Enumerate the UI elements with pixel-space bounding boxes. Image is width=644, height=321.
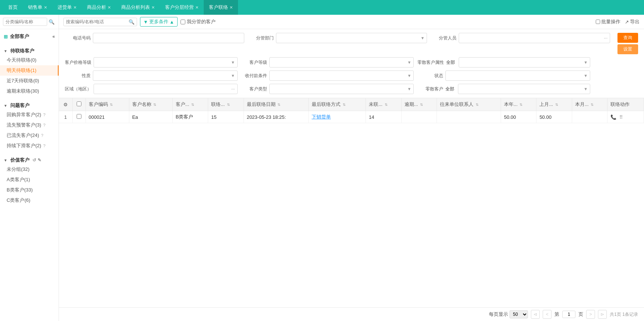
current-page-input[interactable] — [562, 311, 575, 318]
nav-customer-contact[interactable]: 客户联络 ✕ — [204, 0, 238, 15]
sidebar-item-c-class[interactable]: C类客户(6) — [0, 195, 59, 206]
edit-icon[interactable]: ✎ — [38, 158, 41, 163]
next-page-button[interactable]: > — [586, 310, 595, 319]
sidebar-item-today-pending[interactable]: 今天待联络(0) — [0, 55, 59, 65]
nav-product-analysis-list[interactable]: 商品分析列表 ✕ — [116, 0, 160, 15]
my-customers-checkbox[interactable] — [181, 20, 185, 24]
table-container: ⚙ 客户编码 ⇅ 客户名称 ⇅ 客户... ⇅ — [59, 98, 644, 307]
filter-price-level-select[interactable]: ▼ — [94, 57, 238, 68]
search-icon[interactable]: 🔍 — [129, 19, 134, 25]
collapse-icon[interactable]: « — [52, 34, 55, 39]
sidebar-item-repurchase-abnormal[interactable]: 回购异常客户(2) ? — [0, 110, 59, 120]
table-row: 1 000021 Ea B类客户 15 2023-05-23 18:25: 下销… — [59, 111, 644, 123]
sidebar-group-pending: ▼ 待联络客户 — [0, 46, 59, 55]
nav-product-analysis[interactable]: 商品分析 ✕ — [82, 0, 116, 15]
close-icon[interactable]: ✕ — [195, 5, 199, 10]
sort-icon[interactable]: ⇅ — [420, 103, 423, 107]
last-contact-link[interactable]: 下销货单 — [312, 114, 331, 120]
query-button[interactable]: 查询 — [617, 33, 638, 43]
filter-customer-level-select[interactable]: ▼ — [269, 57, 414, 68]
help-icon[interactable]: ? — [43, 144, 45, 148]
sort-icon[interactable]: ⇅ — [343, 103, 346, 107]
help-icon[interactable]: ? — [41, 133, 43, 138]
sidebar: 🔍 ⊞ 全部客户 « ▼ 待联络客户 今天待联络(0) 明天待联络(1) 近7天… — [0, 15, 59, 321]
filter-payment-select[interactable]: ▼ — [269, 70, 414, 81]
search-icon[interactable]: 🔍 — [49, 19, 55, 25]
sidebar-item-b-class[interactable]: B类客户(33) — [0, 185, 59, 195]
sidebar-item-ungrouped[interactable]: 未分组(32) — [0, 164, 59, 175]
search-input[interactable] — [66, 19, 129, 24]
th-checkbox[interactable] — [72, 98, 85, 111]
filter-dept-select[interactable]: ▼ — [276, 33, 427, 43]
chevron-up-icon: ▲ — [169, 19, 174, 25]
nav-customer-segments[interactable]: 客户分层经营 ✕ — [160, 0, 204, 15]
th-uncontacted: 未联... ⇅ — [366, 98, 401, 111]
phone-action-icon[interactable]: 📞 — [610, 114, 616, 120]
sidebar-item-7days-pending[interactable]: 近7天待联络(0) — [0, 76, 59, 86]
row-checkbox[interactable] — [77, 114, 81, 119]
cell-customer-code: 000021 — [85, 111, 129, 123]
th-last-contact-method: 最后联络方式 ⇅ — [308, 98, 365, 111]
sort-icon[interactable]: ⇅ — [227, 103, 230, 107]
filter-nature-select[interactable]: ▼ — [93, 70, 238, 81]
sidebar-item-tomorrow-pending[interactable]: 明天待联络(1) — [0, 65, 59, 76]
page-size-select[interactable]: 50 100 200 — [510, 310, 528, 318]
more-filter-button[interactable]: ▼ 更多条件 ▲ — [140, 17, 178, 27]
nav-home[interactable]: 首页 — [3, 0, 23, 15]
th-settings[interactable]: ⚙ — [59, 98, 72, 111]
more-action-icon[interactable]: ⠿ — [619, 114, 623, 120]
filter-customer-level: 客户等级 ▼ — [241, 57, 414, 68]
refresh-icon[interactable]: ↺ — [32, 158, 36, 163]
ellipsis-icon[interactable]: ··· — [604, 35, 608, 41]
sidebar-item-continuous-decline[interactable]: 持续下滑客户(2) ? — [0, 141, 59, 151]
sidebar-item-churn-warning[interactable]: 流失预警客户(3) ? — [0, 120, 59, 130]
filter-person-label: 分管人员 — [431, 35, 456, 41]
nav-sales-order[interactable]: 销售单 ✕ — [23, 0, 52, 15]
filter-status-select[interactable]: ▼ — [445, 70, 590, 81]
ellipsis-icon[interactable]: ··· — [231, 86, 235, 92]
filter-customer-type-select[interactable]: ▼ — [269, 84, 414, 94]
toolbar: 🔍 ▼ 更多条件 ▲ 我分管的客户 批量操作 ↗ 导出 — [59, 15, 644, 29]
page-size-label: 每页显示 — [489, 311, 508, 318]
close-icon[interactable]: ✕ — [108, 5, 111, 10]
sort-icon[interactable]: ⇅ — [591, 103, 594, 107]
sort-icon[interactable]: ⇅ — [519, 103, 522, 107]
export-button[interactable]: ↗ 导出 — [625, 18, 640, 25]
filter-person-select[interactable]: ··· — [459, 33, 610, 43]
first-page-button[interactable]: ⊲ — [531, 310, 540, 319]
sidebar-all-customers[interactable]: ⊞ 全部客户 « — [0, 31, 59, 42]
sidebar-item-churned[interactable]: 已流失客户(24) ? — [0, 130, 59, 141]
help-icon[interactable]: ? — [43, 113, 45, 117]
batch-op-button[interactable]: 批量操作 — [596, 18, 620, 25]
sort-icon[interactable]: ⇅ — [476, 103, 479, 107]
sort-icon[interactable]: ⇅ — [385, 103, 388, 107]
cell-last-contact-method[interactable]: 下销货单 — [308, 111, 365, 123]
close-icon[interactable]: ✕ — [151, 5, 155, 10]
sort-icon[interactable]: ⇅ — [555, 103, 558, 107]
sidebar-item-a-class[interactable]: A类客户(1) — [0, 175, 59, 185]
sort-icon[interactable]: ⇅ — [153, 103, 156, 107]
sort-icon[interactable]: ⇅ — [191, 103, 194, 107]
my-customers-checkbox-wrap[interactable]: 我分管的客户 — [181, 18, 216, 25]
settings-button[interactable]: 设置 — [617, 44, 638, 54]
filter-area-select[interactable]: ··· — [94, 84, 238, 94]
batch-checkbox[interactable] — [596, 20, 600, 24]
cell-customer-name[interactable]: Ea — [129, 111, 172, 123]
help-icon[interactable]: ? — [43, 123, 45, 127]
sort-icon[interactable]: ⇅ — [277, 103, 280, 107]
cell-checkbox[interactable] — [72, 111, 85, 123]
close-icon[interactable]: ✕ — [44, 5, 47, 10]
sidebar-item-overdue-pending[interactable]: 逾期未联络(30) — [0, 86, 59, 96]
sidebar-search-input[interactable] — [3, 18, 47, 26]
close-icon[interactable]: ✕ — [230, 5, 233, 10]
close-icon[interactable]: ✕ — [73, 5, 77, 10]
filter-phone-input[interactable] — [93, 33, 244, 43]
nav-purchase-order[interactable]: 进货单 ✕ — [52, 0, 82, 15]
th-unit-contact: 往来单位联系人 ⇅ — [437, 98, 501, 111]
sort-icon[interactable]: ⇅ — [110, 103, 113, 107]
prev-page-button[interactable]: < — [543, 310, 552, 319]
filter-retail-customer-select[interactable]: ▼ — [458, 84, 590, 94]
filter-retail-attr-select[interactable]: ▼ — [459, 57, 590, 68]
select-all-checkbox[interactable] — [77, 101, 81, 106]
last-page-button[interactable]: ⊳ — [598, 310, 607, 319]
